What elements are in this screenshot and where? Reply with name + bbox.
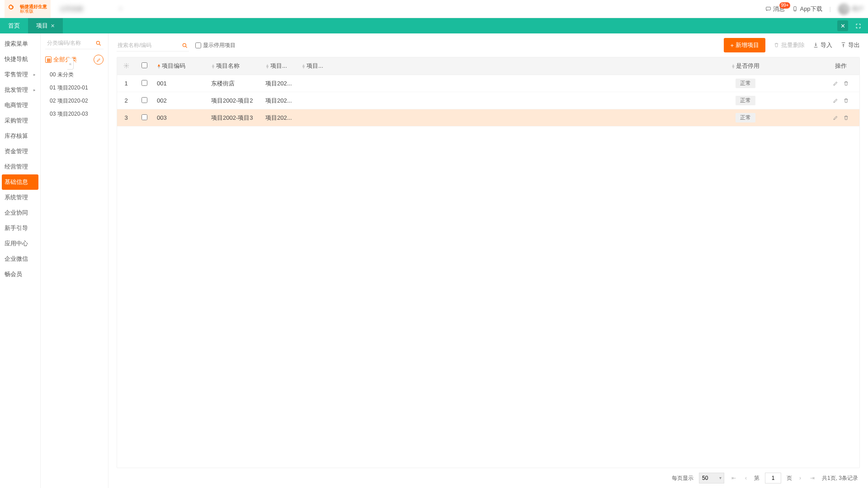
nav-item[interactable]: 畅会员 [0,267,40,282]
page-size-select[interactable]: 50 [699,473,724,483]
gear-icon [123,63,129,70]
status-badge: 正常 [736,79,755,88]
nav-item[interactable]: 资金管理 [0,144,40,159]
col-code[interactable]: ▲▼项目编码 [153,57,208,75]
delete-icon[interactable] [843,97,849,104]
nav-item[interactable]: 采购管理 [0,113,40,128]
edit-category-button[interactable] [94,55,104,65]
app-logo: 畅捷通好生意 标准版 [5,0,51,18]
category-item[interactable]: 03 项目2020-03 [44,108,104,121]
col-status[interactable]: ▲▼是否停用 [669,57,822,75]
grid-icon: ▦ [45,56,52,63]
company-selector[interactable]: 公司名称 ▾ [60,5,122,13]
category-item[interactable]: 02 项目2020-02 [44,94,104,108]
avatar [838,3,850,15]
nav-item[interactable]: 基础信息 [2,174,38,190]
import-button[interactable]: 导入 [813,41,832,49]
svg-point-4 [183,43,186,47]
close-icon[interactable]: ✕ [51,23,55,29]
category-item[interactable]: 00 未分类 [44,68,104,81]
status-badge: 正常 [736,96,755,105]
logo-text-1: 畅捷通好生意 [20,5,47,9]
tab-home[interactable]: 首页 [0,18,28,33]
col-c3[interactable]: ▲▼项目... [262,57,298,75]
edit-icon[interactable] [833,97,839,104]
logo-text-2: 标准版 [20,9,47,14]
nav-item[interactable]: 企业协同 [0,205,40,221]
top-bar: 畅捷通好生意 标准版 公司名称 ▾ 消息 99+ App下载 | 用户 [0,0,868,18]
table-row[interactable]: 1 001 东楼街店 项目202... 正常 [117,75,859,92]
nav-item[interactable]: 经营管理 [0,159,40,174]
nav-item[interactable]: 零售管理▸ [0,67,40,82]
row-checkbox[interactable] [142,80,147,86]
search-icon[interactable] [95,40,102,47]
nav-item[interactable]: 库存核算 [0,128,40,144]
side-nav: 搜索菜单快捷导航零售管理▸批发管理▸电商管理采购管理库存核算资金管理经营管理基础… [0,33,41,488]
import-icon [813,42,819,49]
category-search-input[interactable] [45,37,104,49]
row-checkbox[interactable] [142,97,147,103]
page-summary: 共1页, 3条记录 [822,474,858,482]
svg-point-2 [795,10,795,10]
last-page-button[interactable]: ⇥ [808,474,816,482]
first-page-button[interactable]: ⇤ [730,474,738,482]
trash-icon [774,42,779,49]
app-download-button[interactable]: App下载 [792,5,822,13]
user-menu[interactable]: 用户 [838,3,863,15]
show-disabled-checkbox[interactable]: 显示停用项目 [195,42,236,49]
edit-icon[interactable] [833,114,839,121]
fullscreen-button[interactable] [853,20,863,31]
nav-item[interactable]: 应用中心 [0,236,40,251]
plus-icon: + [730,42,734,49]
message-icon [765,5,771,12]
collapse-panel-button[interactable]: « [67,58,74,70]
nav-item[interactable]: 搜索菜单 [0,36,40,52]
logo-icon [8,4,18,14]
search-input[interactable] [117,39,189,52]
delete-icon[interactable] [843,114,849,121]
prev-page-button[interactable]: ‹ [743,474,749,482]
category-item[interactable]: 01 项目2020-01 [44,81,104,94]
next-page-button[interactable]: › [797,474,803,482]
select-all-checkbox[interactable] [135,57,153,75]
nav-item[interactable]: 电商管理 [0,98,40,113]
table-row[interactable]: 3 003 项目2002-项目3 项目202... 正常 [117,109,859,127]
caret-icon: ▸ [33,88,36,92]
content-area: 显示停用项目 + 新增项目 批量删除 导入 [108,33,868,488]
toolbar: 显示停用项目 + 新增项目 批量删除 导入 [117,38,860,52]
edit-icon[interactable] [833,80,839,87]
svg-point-5 [125,65,127,66]
messages-badge: 99+ [779,2,791,9]
add-project-button[interactable]: + 新增项目 [724,38,765,52]
svg-point-3 [96,41,99,44]
col-ops: 操作 [822,57,859,75]
tab-bar: 首页 项目 ✕ ✕ [0,18,868,33]
page-input[interactable] [765,473,781,483]
close-all-tabs-button[interactable]: ✕ [837,20,848,31]
col-spacer [334,57,669,75]
messages-button[interactable]: 消息 99+ [765,5,785,13]
batch-delete-button[interactable]: 批量删除 [774,41,805,49]
delete-icon[interactable] [843,80,849,87]
svg-rect-0 [766,7,771,10]
caret-icon: ▸ [33,72,36,77]
chevron-down-icon: ▾ [119,6,122,12]
phone-icon [792,5,798,12]
nav-item[interactable]: 企业微信 [0,251,40,267]
col-name[interactable]: ▲▼项目名称 [208,57,262,75]
export-button[interactable]: 导出 [840,41,860,49]
tab-project[interactable]: 项目 ✕ [28,18,63,33]
table-row[interactable]: 2 002 项目2002-项目2 项目202... 正常 [117,92,859,109]
status-badge: 正常 [736,113,755,122]
search-icon[interactable] [182,42,188,49]
pagination: 每页显示 50 ▾ ⇤ ‹ 第 页 › ⇥ 共1页, 3条记录 [117,468,860,485]
nav-item[interactable]: 快捷导航 [0,52,40,67]
export-icon [840,42,846,49]
category-panel: ▦ 全部分类 00 未分类01 项目2020-0102 项目2020-0203 … [41,33,108,488]
nav-item[interactable]: 系统管理 [0,190,40,205]
settings-column[interactable] [117,57,135,75]
col-c4[interactable]: ▲▼项目... [298,57,334,75]
nav-item[interactable]: 新手引导 [0,221,40,236]
row-checkbox[interactable] [142,114,147,120]
nav-item[interactable]: 批发管理▸ [0,82,40,98]
